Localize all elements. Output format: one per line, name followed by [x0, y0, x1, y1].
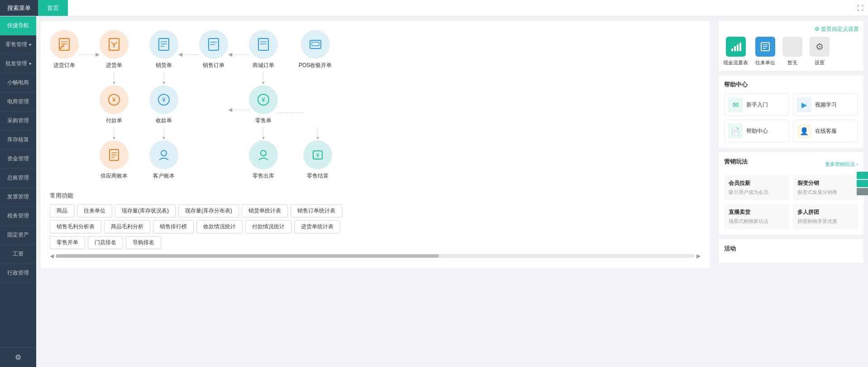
svg-rect-36 — [739, 43, 741, 51]
mkt-item-split[interactable]: 裂变分销 裂变式发展分销商 — [793, 175, 858, 200]
node-customer-account[interactable]: 客户账本 — [149, 140, 178, 180]
node-purchase-order[interactable]: 进货订单 — [50, 30, 79, 69]
mkt-item-group[interactable]: 多人拼团 拼团购物享受优惠 — [793, 204, 858, 229]
mkt-item-live[interactable]: 直播卖货 场景式购物新玩法 — [724, 204, 789, 229]
node-retail-outbound[interactable]: 零售出库 — [249, 140, 278, 180]
func-btn-sales-order-stat[interactable]: 销售订单统计表 — [291, 204, 342, 217]
node-retail-checkout-label: 零售结算 — [307, 172, 329, 180]
sidebar-item-wholesale-label: 批发管理 — [5, 60, 27, 68]
node-sales-bill[interactable]: 销货单 — [149, 30, 178, 69]
node-mall-order[interactable]: 商城订单 — [249, 30, 278, 69]
sidebar-item-xiaochang[interactable]: 小畅电商 — [0, 73, 36, 92]
qa-item-none[interactable]: 暂无 — [782, 37, 802, 66]
marketing-grid: 会员拉新 吸引用户成为会员 裂变分销 裂变式发展分销商 直播卖货 场景式购物新玩… — [724, 175, 858, 229]
search-menu-btn[interactable]: 搜索菜单 — [0, 0, 38, 16]
func-btn-goods[interactable]: 商品 — [50, 204, 74, 217]
func-btn-stock-status[interactable]: 现存量(库存状况表) — [115, 204, 176, 217]
node-receipt[interactable]: ¥ 收款单 — [149, 85, 178, 125]
node-pos[interactable]: POS收银开单 — [299, 30, 332, 69]
expand-icon[interactable]: ⛶ — [857, 5, 863, 12]
node-purchase-bill[interactable]: 进货单 — [100, 30, 129, 69]
sidebar-gear-btn[interactable]: ⚙ — [0, 348, 36, 367]
node-mall-order-label: 商城订单 — [253, 62, 274, 69]
sidebar-item-general-ledger-label: 总账管理 — [7, 174, 29, 182]
sidebar-item-ec[interactable]: 电商管理 — [0, 92, 36, 111]
help-center-title: 帮助中心 — [724, 81, 858, 89]
func-btn-guide-rank[interactable]: 导购排名 — [126, 236, 161, 249]
node-retail-outbound-label: 零售出库 — [253, 172, 274, 180]
sidebar-item-fixed-assets[interactable]: 固定资产 — [0, 226, 36, 245]
help-item-beginner[interactable]: ✉ 新手入门 — [724, 93, 789, 116]
func-btn-purchase-stat[interactable]: 进货单统计表 — [294, 220, 340, 233]
node-payment-label: 付款单 — [106, 117, 122, 125]
node-sales-order[interactable]: 销售订单 — [199, 30, 228, 69]
float-buttons: 客服热线 服务社区 桌面快捷 — [857, 172, 868, 195]
func-btn-receipt-stat[interactable]: 收款情况统计 — [196, 220, 243, 233]
help-beginner-icon: ✉ — [728, 97, 743, 112]
node-retail-bill[interactable]: ¥ 零售单 — [249, 85, 278, 125]
sidebar-item-fund[interactable]: 资金管理 — [0, 150, 36, 169]
sidebar-item-retail[interactable]: 零售管理 ▾ — [0, 35, 36, 54]
qa-item-contacts[interactable]: 往来单位 — [755, 37, 775, 66]
func-btn-sales-rank[interactable]: 销售排行榜 — [153, 220, 194, 233]
scroll-right-arrow[interactable]: ▶ — [696, 253, 701, 259]
mkt-item-member[interactable]: 会员拉新 吸引用户成为会员 — [724, 175, 789, 200]
func-btn-payment-stat[interactable]: 付款情况统计 — [245, 220, 291, 233]
sidebar-item-general-ledger[interactable]: 总账管理 — [0, 169, 36, 188]
sidebar-item-inventory[interactable]: 库存核算 — [0, 130, 36, 150]
func-row-3: 零售开单 门店排名 导购排名 — [50, 236, 701, 249]
svg-text:¥: ¥ — [315, 152, 320, 159]
mkt-member-title: 会员拉新 — [729, 179, 785, 187]
sidebar-item-payroll-label: 工资 — [13, 250, 24, 258]
svg-point-30 — [261, 150, 266, 156]
func-row-2: 销售毛利分析表 商品毛利分析 销售排行榜 收款情况统计 付款情况统计 进货单统计… — [50, 220, 701, 233]
sidebar-item-purchase[interactable]: 采购管理 — [0, 111, 36, 130]
home-tab-label: 首页 — [47, 4, 59, 12]
node-supplier-account[interactable]: 供应商账本 — [100, 140, 129, 180]
sidebar-item-tax[interactable]: 税务管理 — [0, 207, 36, 226]
func-btn-contacts[interactable]: 往来单位 — [77, 204, 112, 217]
sidebar-item-wholesale[interactable]: 批发管理 ▾ — [0, 54, 36, 73]
help-item-online-service[interactable]: 👤 在线客服 — [793, 120, 858, 142]
sidebar-item-quick-nav[interactable]: 快捷导航 — [0, 16, 36, 35]
svg-rect-6 — [159, 39, 169, 50]
sidebar-item-xiaochang-label: 小畅电商 — [7, 79, 29, 87]
qa-none-icon — [782, 37, 802, 57]
sidebar: 快捷导航 零售管理 ▾ 批发管理 ▾ 小畅电商 电商管理 采购管理 库存核算 资… — [0, 16, 36, 367]
func-btn-goods-margin[interactable]: 商品毛利分析 — [104, 220, 150, 233]
func-btn-stock-dist[interactable]: 现存量(库存分布表) — [178, 204, 239, 217]
sidebar-item-invoice[interactable]: 发票管理 — [0, 188, 36, 207]
top-bar: 搜索菜单 首页 ⛶ — [0, 0, 868, 16]
more-marketing-link[interactable]: 更多营销玩法 › — [825, 161, 858, 168]
qa-item-settings[interactable]: ⚙ 设置 — [810, 37, 830, 66]
func-btn-sales-margin[interactable]: 销售毛利分析表 — [50, 220, 101, 233]
sidebar-item-payroll[interactable]: 工资 — [0, 245, 36, 264]
mkt-live-title: 直播卖货 — [729, 208, 785, 216]
node-sales-order-label: 销售订单 — [203, 62, 224, 69]
help-online-service-label: 在线客服 — [815, 127, 837, 135]
float-btn-desktop[interactable]: 桌面快捷 — [857, 188, 868, 195]
content-area: 进货订单 ▶ 进 — [36, 16, 868, 367]
func-btn-store-rank[interactable]: 门店排名 — [88, 236, 123, 249]
node-pos-label: POS收银开单 — [299, 62, 332, 69]
func-btn-retail-order[interactable]: 零售开单 — [50, 236, 85, 249]
node-sales-bill-label: 销货单 — [156, 62, 172, 69]
scrollbar-row: ◀ ▶ — [50, 253, 701, 259]
help-item-helpcenter[interactable]: 📄 帮助中心 — [724, 120, 789, 142]
float-btn-community[interactable]: 服务社区 — [857, 180, 868, 187]
home-tab[interactable]: 首页 — [38, 0, 68, 16]
func-btn-sales-stat[interactable]: 销货单统计表 — [242, 204, 288, 217]
svg-rect-35 — [737, 44, 739, 51]
scroll-left-arrow[interactable]: ◀ — [50, 253, 54, 259]
help-item-video[interactable]: ▶ 视频学习 — [793, 93, 858, 116]
sidebar-item-admin[interactable]: 行政管理 — [0, 264, 36, 283]
node-payment[interactable]: ¥ 付款单 — [100, 85, 129, 125]
customize-link[interactable]: ⚙ 首页自定义设置 — [815, 25, 859, 33]
marketing-section: 营销玩法 更多营销玩法 › 会员拉新 吸引用户成为会员 裂变分销 裂变式发展分销… — [719, 152, 863, 235]
qa-header: ⚙ 首页自定义设置 — [723, 25, 859, 33]
sidebar-item-fund-label: 资金管理 — [7, 155, 29, 163]
scroll-track[interactable] — [56, 254, 695, 258]
float-btn-service[interactable]: 客服热线 — [857, 172, 868, 179]
node-retail-checkout[interactable]: ¥ 零售结算 — [303, 140, 332, 180]
qa-item-cashflow[interactable]: 现金流量表 — [723, 37, 748, 66]
